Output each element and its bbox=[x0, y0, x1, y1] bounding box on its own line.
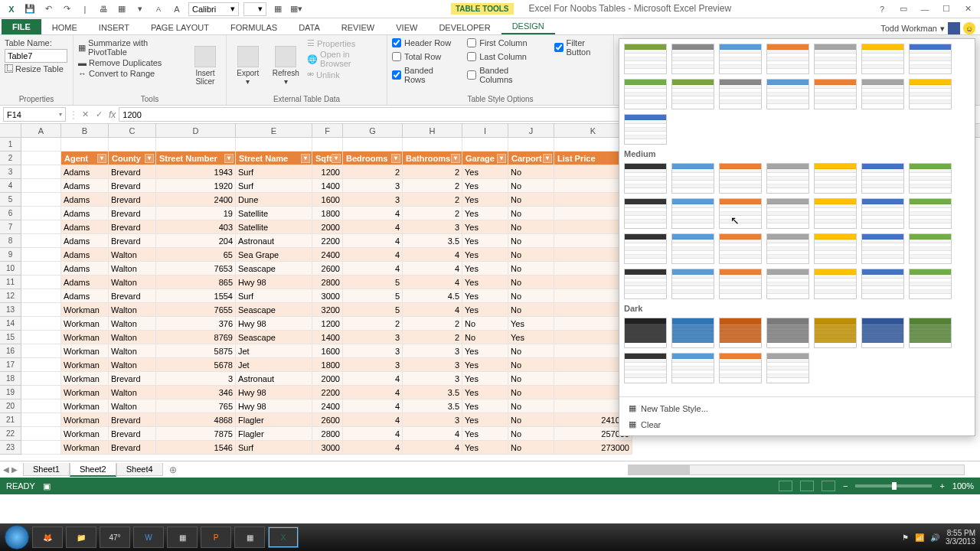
table-cell[interactable]: Sea Grape bbox=[236, 248, 312, 262]
table-style-swatch[interactable] bbox=[671, 353, 714, 383]
table-cell[interactable]: Yes bbox=[462, 427, 508, 441]
table-style-swatch[interactable] bbox=[624, 198, 667, 229]
table-style-swatch[interactable] bbox=[814, 269, 857, 299]
tab-home[interactable]: HOME bbox=[41, 21, 88, 34]
name-box[interactable]: F14▾ bbox=[3, 107, 66, 122]
table-cell[interactable]: Walton bbox=[109, 386, 156, 399]
qat-more-icon[interactable]: ▾ bbox=[133, 2, 147, 16]
filter-dropdown-icon[interactable]: ▾ bbox=[543, 154, 552, 163]
table-cell[interactable]: Jet bbox=[236, 358, 312, 372]
table-cell[interactable]: Workman bbox=[61, 427, 109, 441]
page-break-view-icon[interactable] bbox=[822, 481, 835, 491]
table-cell[interactable]: Walton bbox=[109, 248, 156, 262]
table-cell[interactable]: 2800 bbox=[312, 276, 343, 289]
tab-developer[interactable]: DEVELOPER bbox=[428, 21, 501, 34]
sheet-tab[interactable]: Sheet1 bbox=[23, 463, 70, 476]
taskbar-explorer-icon[interactable]: 📁 bbox=[66, 527, 96, 548]
close-icon[interactable]: ✕ bbox=[960, 3, 975, 15]
table-cell[interactable]: 2 bbox=[403, 331, 462, 344]
table-cell[interactable]: 346 bbox=[156, 386, 236, 399]
filter-dropdown-icon[interactable]: ▾ bbox=[97, 154, 106, 163]
table-cell[interactable]: Workman bbox=[61, 344, 109, 358]
table-cell[interactable]: 273000 bbox=[554, 441, 632, 455]
col-header[interactable]: G bbox=[343, 124, 403, 137]
table-header[interactable]: Agent▾ bbox=[61, 152, 109, 165]
table-cell[interactable]: 3 bbox=[403, 372, 462, 386]
table-cell[interactable]: Yes bbox=[462, 344, 508, 358]
table-cell[interactable]: Workman bbox=[61, 331, 109, 344]
new-table-style-button[interactable]: ▦New Table Style... bbox=[622, 400, 972, 416]
table-cell[interactable]: Surf bbox=[236, 289, 312, 303]
table-cell[interactable]: Surf bbox=[236, 165, 312, 179]
table-style-swatch[interactable] bbox=[814, 198, 857, 229]
tray-flag-icon[interactable]: ⚑ bbox=[902, 533, 909, 542]
table-style-swatch[interactable] bbox=[814, 79, 857, 109]
table-cell[interactable]: 3 bbox=[403, 220, 462, 234]
taskbar-excel-icon[interactable]: X bbox=[268, 527, 299, 548]
table-cell[interactable]: No bbox=[508, 165, 554, 179]
table-cell[interactable]: 2200 bbox=[312, 234, 343, 248]
table-cell[interactable]: Hwy 98 bbox=[236, 317, 312, 331]
table-style-swatch[interactable] bbox=[861, 318, 904, 348]
undo-icon[interactable]: ↶ bbox=[41, 2, 55, 16]
table-cell[interactable]: 3 bbox=[403, 413, 462, 427]
table-style-swatch[interactable] bbox=[624, 79, 667, 109]
table-cell[interactable]: 2200 bbox=[312, 386, 343, 399]
table-style-swatch[interactable] bbox=[766, 269, 809, 299]
table-style-swatch[interactable] bbox=[814, 163, 857, 194]
table-cell[interactable]: Yes bbox=[462, 372, 508, 386]
table-cell[interactable]: 4 bbox=[343, 207, 403, 220]
col-header[interactable]: F bbox=[312, 124, 343, 137]
table-style-swatch[interactable] bbox=[861, 79, 904, 109]
font-increase-icon[interactable]: A bbox=[170, 2, 184, 16]
minimize-icon[interactable]: — bbox=[917, 3, 933, 15]
insert-slicer-button[interactable]: Insert Slicer bbox=[189, 38, 221, 93]
table-style-swatch[interactable] bbox=[766, 318, 809, 348]
table-header[interactable]: Street Name▾ bbox=[236, 152, 312, 165]
qat-btn-2[interactable]: ▦▾ bbox=[289, 2, 303, 16]
resize-table-button[interactable]: ⿺Resize Table bbox=[5, 64, 68, 73]
table-style-swatch[interactable] bbox=[814, 318, 857, 348]
table-cell[interactable]: 4 bbox=[343, 427, 403, 441]
table-cell[interactable]: 4.5 bbox=[403, 289, 462, 303]
maximize-icon[interactable]: ☐ bbox=[939, 3, 954, 15]
table-cell[interactable]: 2 bbox=[403, 317, 462, 331]
table-cell[interactable]: Brevard bbox=[109, 289, 156, 303]
last-column-checkbox[interactable]: Last Column bbox=[467, 52, 540, 61]
table-cell[interactable]: 3 bbox=[403, 358, 462, 372]
table-header[interactable]: Carport▾ bbox=[508, 152, 554, 165]
table-style-swatch[interactable] bbox=[719, 79, 762, 109]
table-cell[interactable]: 1600 bbox=[312, 344, 343, 358]
table-cell[interactable]: 4 bbox=[343, 386, 403, 399]
table-style-swatch[interactable] bbox=[909, 44, 952, 74]
table-cell[interactable]: Hwy 98 bbox=[236, 386, 312, 399]
help-icon[interactable]: ? bbox=[874, 3, 890, 15]
remove-duplicates-button[interactable]: ▬Remove Duplicates bbox=[78, 58, 185, 67]
table-cell[interactable]: Yes bbox=[508, 331, 554, 344]
table-cell[interactable]: Yes bbox=[462, 193, 508, 207]
table-cell[interactable]: 3000 bbox=[312, 441, 343, 455]
table-cell[interactable]: 5875 bbox=[156, 344, 236, 358]
table-header[interactable]: Street Number▾ bbox=[156, 152, 236, 165]
zoom-out-icon[interactable]: − bbox=[843, 481, 848, 491]
table-cell[interactable]: Walton bbox=[109, 303, 156, 317]
table-cell[interactable]: 4 bbox=[403, 276, 462, 289]
table-cell[interactable]: 2 bbox=[403, 207, 462, 220]
account-name[interactable]: Todd Workman ▾ ☺ bbox=[880, 22, 980, 34]
font-size-combo[interactable]: ▾ bbox=[243, 2, 266, 16]
table-style-swatch[interactable] bbox=[861, 163, 904, 194]
table-cell[interactable]: No bbox=[508, 372, 554, 386]
table-cell[interactable]: No bbox=[508, 220, 554, 234]
table-cell[interactable]: 4868 bbox=[156, 413, 236, 427]
table-cell[interactable]: Yes bbox=[462, 399, 508, 413]
table-cell[interactable]: 1554 bbox=[156, 289, 236, 303]
table-cell[interactable]: Adams bbox=[61, 234, 109, 248]
filter-dropdown-icon[interactable]: ▾ bbox=[391, 154, 400, 163]
table-style-swatch[interactable] bbox=[624, 353, 667, 383]
table-cell[interactable]: Workman bbox=[61, 303, 109, 317]
table-cell[interactable]: 4 bbox=[343, 262, 403, 276]
col-header[interactable]: H bbox=[403, 124, 462, 137]
preview-icon[interactable]: ▦ bbox=[115, 2, 129, 16]
taskbar-app-icon[interactable]: ▦ bbox=[167, 527, 198, 548]
table-style-swatch[interactable] bbox=[719, 44, 762, 74]
